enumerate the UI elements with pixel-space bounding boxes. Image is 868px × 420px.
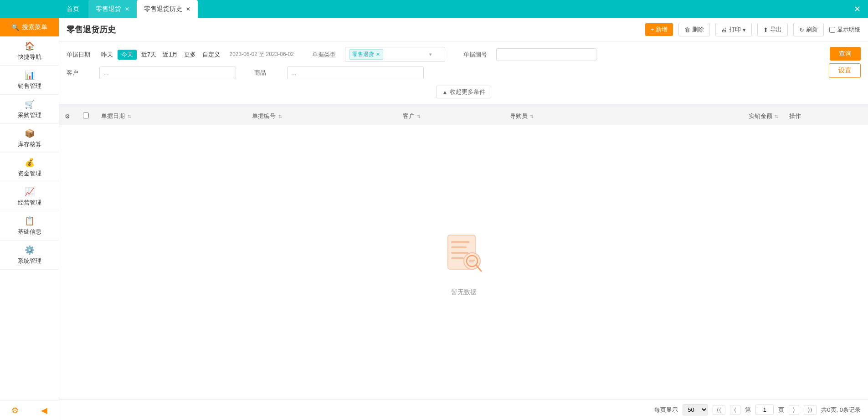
filter-actions-col: 查询 设置 — [829, 47, 861, 78]
th-customer-label: 客户 — [403, 113, 415, 119]
filter-settings-button[interactable]: 设置 — [829, 63, 861, 78]
page-size-label: 每页显示 — [654, 406, 678, 414]
next-page-button[interactable]: ⟩ — [789, 405, 799, 415]
inventory-icon: 📦 — [25, 128, 35, 138]
sidebar-item-operations[interactable]: 📈 经营管理 — [0, 182, 59, 211]
type-label: 单据类型 — [312, 51, 338, 59]
sidebar-item-inventory[interactable]: 📦 库存核算 — [0, 124, 59, 153]
export-button[interactable]: ⬆ 导出 — [757, 23, 788, 36]
customer-input[interactable] — [99, 67, 236, 79]
tab-home[interactable]: 首页 — [59, 0, 87, 18]
page-unit: 页 — [778, 406, 784, 414]
th-date-sort[interactable]: ⇅ — [128, 114, 131, 119]
print-label: 打印 — [729, 26, 741, 34]
type-select[interactable]: 零售退货 ✕ ▾ — [345, 47, 445, 62]
date-opt-today[interactable]: 今天 — [118, 50, 137, 60]
sidebar-search[interactable]: 🔍 搜索菜单 — [0, 18, 59, 36]
date-opt-7days[interactable]: 近7天 — [139, 50, 158, 60]
type-dropdown-arrow: ▾ — [429, 51, 432, 57]
basic-info-icon: 📋 — [25, 216, 35, 226]
sidebar-item-basic-info-label: 基础信息 — [18, 228, 41, 236]
type-tag-value: 零售退货 — [352, 51, 374, 58]
sidebar-item-purchase-mgmt-label: 采购管理 — [18, 111, 41, 119]
sidebar-item-basic-info[interactable]: 📋 基础信息 — [0, 211, 59, 241]
sidebar-item-finance[interactable]: 💰 资金管理 — [0, 153, 59, 182]
date-opt-1month[interactable]: 近1月 — [161, 50, 180, 60]
date-opt-yesterday[interactable]: 昨天 — [99, 50, 115, 60]
refresh-button[interactable]: ↻ 刷新 — [793, 23, 824, 36]
collapse-button[interactable]: ▲ 收起更多条件 — [436, 86, 491, 98]
sales-icon: 📊 — [25, 70, 35, 80]
tab-retail-return-history-label: 零售退货历史 — [144, 5, 182, 13]
filter-row-1: 单据日期 昨天 今天 近7天 近1月 更多 自定义 2023-06-02 至 2… — [67, 47, 829, 62]
filter-area: 单据日期 昨天 今天 近7天 近1月 更多 自定义 2023-06-02 至 2… — [59, 41, 868, 104]
last-page-button[interactable]: ⟩⟩ — [804, 405, 817, 415]
th-customer-sort[interactable]: ⇅ — [417, 114, 421, 119]
sidebar-item-system-mgmt[interactable]: ⚙️ 系统管理 — [0, 241, 59, 270]
sidebar-item-purchase-mgmt[interactable]: 🛒 采购管理 — [0, 95, 59, 124]
doc-num-label: 单据编号 — [463, 51, 489, 59]
page-title: 零售退货历史 — [67, 24, 116, 35]
print-button[interactable]: 🖨 打印 ▾ — [715, 23, 752, 36]
sidebar-item-finance-label: 资金管理 — [18, 169, 41, 178]
delete-button[interactable]: 🗑 删除 — [678, 23, 710, 36]
show-detail-text: 显示明细 — [837, 26, 861, 34]
filter-row-2: 客户 商品 — [67, 67, 829, 79]
svg-rect-2 — [451, 246, 467, 248]
show-detail-label[interactable]: 显示明细 — [829, 26, 861, 34]
type-tag-close[interactable]: ✕ — [376, 51, 380, 57]
new-button[interactable]: + 新增 — [645, 23, 673, 36]
th-customer: 客户 ⇅ — [397, 108, 504, 125]
data-table: ⚙ 单据日期 ⇅ 单据编号 ⇅ — [59, 108, 868, 125]
th-checkbox[interactable] — [77, 108, 96, 125]
th-settings[interactable]: ⚙ — [59, 108, 77, 125]
sidebar-item-sales-mgmt-label: 销售管理 — [18, 82, 41, 90]
export-label: 导出 — [770, 26, 782, 34]
sidebar-item-sales-mgmt[interactable]: 📊 销售管理 — [0, 66, 59, 95]
tab-retail-return[interactable]: 零售退货 ✕ — [88, 0, 137, 18]
type-tag: 零售退货 ✕ — [349, 49, 383, 60]
query-button[interactable]: 查询 — [830, 47, 861, 61]
page-number-input[interactable] — [755, 405, 774, 415]
svg-rect-1 — [451, 241, 469, 243]
th-guide-sort[interactable]: ⇅ — [530, 114, 534, 119]
select-all-checkbox[interactable] — [83, 113, 89, 118]
date-opt-custom[interactable]: 自定义 — [200, 50, 222, 60]
svg-rect-3 — [451, 252, 468, 254]
home-icon: 🏠 — [25, 41, 35, 51]
show-detail-checkbox[interactable] — [829, 27, 835, 33]
goods-label: 商品 — [254, 69, 280, 77]
date-opt-more[interactable]: 更多 — [182, 50, 198, 60]
th-guide: 导购员 ⇅ — [504, 108, 633, 125]
sidebar-item-inventory-label: 库存核算 — [18, 140, 41, 149]
empty-state: 暂无数据 — [59, 125, 868, 399]
tab-retail-return-history[interactable]: 零售退货历史 ✕ — [137, 0, 198, 18]
delete-label: 删除 — [692, 26, 704, 34]
delete-icon: 🗑 — [684, 26, 690, 33]
prev-page-button[interactable]: ⟨ — [730, 405, 740, 415]
page-size-select[interactable]: 20 50 100 — [683, 404, 708, 415]
header-actions: + 新增 🗑 删除 🖨 打印 ▾ ⬆ 导出 ↻ 刷新 — [645, 23, 861, 36]
settings-col-icon[interactable]: ⚙ — [65, 113, 70, 120]
collapse-sidebar-icon[interactable]: ◀ — [41, 405, 47, 415]
sidebar-item-quick-nav[interactable]: 🏠 快捷导航 — [0, 36, 59, 66]
svg-rect-4 — [451, 257, 464, 259]
finance-icon: 💰 — [25, 158, 35, 168]
goods-input[interactable] — [287, 67, 424, 79]
search-icon: 🔍 — [11, 24, 19, 31]
th-doc-num-sort[interactable]: ⇅ — [278, 114, 282, 119]
tab-retail-return-label: 零售退货 — [96, 5, 121, 13]
content-area: 零售退货历史 + 新增 🗑 删除 🖨 打印 ▾ ⬆ 导出 ↻ — [59, 18, 868, 420]
tab-bar: 首页 零售退货 ✕ 零售退货历史 ✕ ✕ — [0, 0, 868, 18]
doc-num-input[interactable] — [496, 48, 596, 61]
sidebar: 🔍 搜索菜单 🏠 快捷导航 📊 销售管理 🛒 采购管理 📦 库存核算 💰 — [0, 18, 59, 420]
th-amount-sort[interactable]: ⇅ — [775, 114, 778, 119]
tab-retail-return-history-close[interactable]: ✕ — [186, 6, 190, 12]
date-label: 单据日期 — [67, 51, 92, 59]
tab-retail-return-close[interactable]: ✕ — [125, 6, 129, 12]
settings-bottom-icon[interactable]: ⚙ — [11, 405, 19, 415]
window-close-button[interactable]: ✕ — [854, 4, 861, 14]
first-page-button[interactable]: ⟨⟨ — [713, 405, 725, 415]
table-header: ⚙ 单据日期 ⇅ 单据编号 ⇅ — [59, 108, 868, 125]
empty-text: 暂无数据 — [451, 288, 477, 297]
